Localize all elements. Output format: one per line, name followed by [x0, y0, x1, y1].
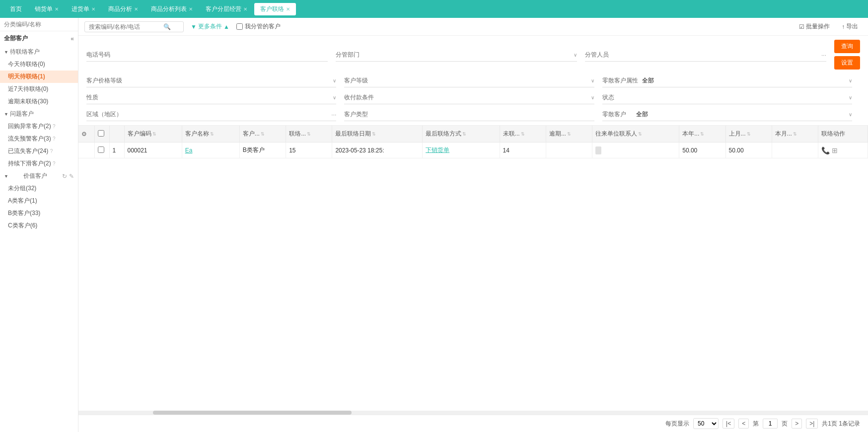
nav-home[interactable]: 首页: [4, 3, 28, 15]
all-customers-label: 全部客户: [4, 34, 28, 43]
sidebar-item-churn-warning[interactable]: 流失预警客户(3) ?: [0, 133, 78, 145]
col-code[interactable]: 客户编码 ⇅: [124, 126, 182, 143]
search-icon[interactable]: 🔍: [163, 23, 171, 30]
sidebar-item-tomorrow-contact[interactable]: 明天待联络(1): [0, 71, 78, 83]
total-records-label: 共1页 1条记录: [822, 420, 860, 428]
set-button[interactable]: 设置: [834, 56, 860, 70]
col-current-month[interactable]: 本月... ⇅: [772, 126, 818, 143]
col-overdue[interactable]: 逾期... ⇅: [546, 126, 592, 143]
group-problem-customer[interactable]: 问题客户: [0, 108, 78, 120]
sidebar-item-overdue-contact[interactable]: 逾期未联络(30): [0, 95, 78, 108]
query-button[interactable]: 查询: [834, 40, 860, 53]
filter-retail-attr: 零散客户属性 全部 ∨: [602, 74, 852, 87]
sidebar-item-repurchase-abnormal[interactable]: 回购异常客户(2) ?: [0, 120, 78, 133]
col-action: 联络动作: [818, 126, 868, 143]
page-number-input[interactable]: [763, 419, 778, 429]
sidebar-item-b-class[interactable]: B类客户(33): [0, 207, 78, 219]
nav-product-analysis-label: 商品分析: [108, 5, 132, 13]
all-customers-title[interactable]: 全部客户 «: [0, 31, 78, 46]
filter-action-buttons: 查询 设置: [834, 40, 860, 71]
filter-manager: 分管人员 ···: [585, 49, 826, 62]
sidebar-item-declining[interactable]: 持续下滑客户(2) ?: [0, 157, 78, 170]
row-last-date: 2023-05-23 18:25:: [332, 143, 423, 158]
close-icon[interactable]: ✕: [134, 6, 138, 12]
contact-method-link[interactable]: 下销货单: [426, 146, 449, 153]
filter-payment-label: 收付款条件: [344, 93, 374, 102]
close-icon[interactable]: ✕: [55, 6, 59, 12]
collapse-icon[interactable]: «: [71, 35, 74, 42]
per-page-select[interactable]: 50 100 200: [693, 418, 719, 429]
filter-payment: 收付款条件 ∨: [344, 91, 594, 104]
col-unit-contact[interactable]: 往来单位联系人 ⇅: [592, 126, 679, 143]
help-icon[interactable]: ?: [50, 148, 53, 154]
refresh-icon[interactable]: ↻: [62, 173, 67, 180]
close-icon[interactable]: ✕: [243, 6, 247, 12]
group-value-customer[interactable]: 价值客户 ↻ ✎: [0, 170, 78, 182]
close-icon[interactable]: ✕: [189, 6, 193, 12]
col-last-date[interactable]: 最后联络日期 ⇅: [332, 126, 423, 143]
row-unit-contact: [592, 143, 679, 158]
row-name[interactable]: Ea: [182, 143, 239, 158]
sidebar-item-today-contact[interactable]: 今天待联络(0): [0, 58, 78, 71]
row-select-checkbox[interactable]: [98, 146, 104, 153]
filter-bar: 🔍 ▼ 更多条件 ▲ 我分管的客户 ☑ 批量操作 ↑ 导出: [78, 18, 868, 36]
edit-icon[interactable]: ✎: [69, 173, 74, 180]
help-icon[interactable]: ?: [53, 161, 56, 166]
col-index: [109, 126, 124, 143]
search-box[interactable]: 🔍: [84, 21, 184, 32]
sidebar-item-ungrouped[interactable]: 未分组(32): [0, 182, 78, 195]
table-gear-icon[interactable]: ⚙: [81, 131, 87, 138]
sidebar-item-a-class[interactable]: A类客户(1): [0, 195, 78, 207]
my-customers-checkbox[interactable]: [236, 23, 243, 30]
my-customers-checkbox-area[interactable]: 我分管的客户: [236, 22, 281, 31]
main-search-input[interactable]: [89, 23, 163, 30]
col-last-method[interactable]: 最后联络方式 ⇅: [423, 126, 500, 143]
col-name[interactable]: 客户名称 ⇅: [182, 126, 239, 143]
select-all-checkbox[interactable]: [98, 130, 104, 137]
help-icon[interactable]: ?: [53, 136, 56, 142]
row-last-method[interactable]: 下销货单: [423, 143, 500, 158]
col-current-year[interactable]: 本年... ⇅: [679, 126, 725, 143]
filter-nature-label: 性质: [86, 93, 116, 102]
sidebar-item-churned[interactable]: 已流失客户(24) ?: [0, 145, 78, 157]
horizontal-scrollbar[interactable]: [78, 411, 868, 415]
last-page-button[interactable]: >|: [806, 419, 818, 429]
nav-customer-tier[interactable]: 客户分层经营 ✕: [200, 3, 253, 15]
close-icon[interactable]: ✕: [286, 6, 290, 12]
nav-sales[interactable]: 销货单 ✕: [29, 3, 65, 15]
col-last-month[interactable]: 上月... ⇅: [725, 126, 772, 143]
row-checkbox[interactable]: [94, 143, 109, 158]
close-icon[interactable]: ✕: [91, 6, 95, 12]
batch-op-button[interactable]: ☑ 批量操作: [795, 21, 834, 32]
more-icon[interactable]: ···: [331, 111, 336, 118]
action-more-icon[interactable]: ⊞: [832, 146, 838, 154]
first-page-button[interactable]: |<: [723, 419, 734, 429]
more-conditions-btn[interactable]: ▼ 更多条件 ▲: [188, 21, 232, 32]
filter-phone: 电话号码: [86, 49, 328, 62]
action-call-icon[interactable]: 📞: [821, 146, 830, 154]
prev-page-button[interactable]: <: [738, 419, 749, 429]
col-type[interactable]: 客户... ⇅: [239, 126, 286, 143]
col-contact-count[interactable]: 联络... ⇅: [286, 126, 332, 143]
filter-phone-label: 电话号码: [86, 51, 116, 59]
col-not-contacted[interactable]: 未联... ⇅: [500, 126, 546, 143]
sidebar-search-input[interactable]: [4, 21, 78, 28]
filter-customer-grade-label: 客户等级: [344, 76, 374, 85]
nav-customer-contact[interactable]: 客户联络 ✕: [254, 3, 296, 15]
more-icon[interactable]: ···: [821, 52, 826, 59]
sidebar-item-week-contact[interactable]: 近7天待联络(0): [0, 83, 78, 95]
filter-manager-label: 分管人员: [585, 51, 615, 59]
nav-product-analysis-list[interactable]: 商品分析列表 ✕: [145, 3, 199, 15]
filter-panel: 电话号码 分管部门 ∨ 分管人员 ··· 查询 设置: [78, 36, 868, 126]
sidebar-item-c-class[interactable]: C类客户(6): [0, 219, 78, 232]
help-icon[interactable]: ?: [53, 124, 56, 129]
scroll-thumb[interactable]: [153, 411, 352, 415]
group-pending-contact[interactable]: 待联络客户: [0, 46, 78, 58]
customer-name-link[interactable]: Ea: [185, 147, 193, 154]
per-page-label: 每页显示: [665, 420, 689, 428]
nav-product-analysis[interactable]: 商品分析 ✕: [102, 3, 144, 15]
chevron-down-icon: ∨: [849, 112, 852, 117]
export-button[interactable]: ↑ 导出: [838, 21, 862, 32]
nav-purchase[interactable]: 进货单 ✕: [66, 3, 101, 15]
next-page-button[interactable]: >: [792, 419, 802, 429]
